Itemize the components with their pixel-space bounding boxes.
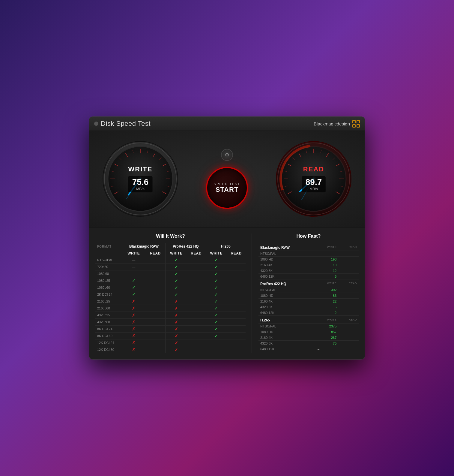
prores-write-cell: ✗ [166,339,187,346]
cross-icon: ✗ [175,299,178,304]
hf-row-label: 1080 HD [258,257,316,262]
hf-row-label: 1080 HD [258,293,316,299]
hf-row-label: 4320 8K [258,268,316,274]
cross-icon: ✗ [175,347,178,352]
check-icon: ✓ [132,292,136,297]
braw-read-cell [145,291,166,298]
hf-read-header: READ [338,279,359,287]
braw-write-cell: ✗ [122,339,145,346]
will-it-work-table: FORMAT Blackmagic RAW ProRes 422 HQ H.26… [95,243,246,353]
table-row: 1080p60 ✓ ✓ ✓ [95,284,246,291]
hf-write-val: 2 [316,310,338,316]
hf-read-val [338,262,359,268]
close-button[interactable] [94,122,98,126]
braw-write-cell: ✗ [122,346,145,353]
row-label: 12K DCI 60 [95,346,122,353]
hf-write-header: WRITE [316,279,338,287]
braw-write-cell: ✓ [122,277,145,284]
settings-button[interactable]: ⚙ [221,149,233,161]
prores-write-cell: ✗ [166,298,187,305]
hf-section-header: H.265 WRITE READ [258,316,359,324]
h265-read-cell [227,333,246,339]
cross-icon: ✗ [132,327,136,331]
hf-row: 2160 4K 22 [258,299,359,304]
cross-icon: ✗ [175,327,178,331]
hf-read-val [338,293,359,299]
hf-row-label: 2160 4K [258,335,316,341]
hf-format-label: H.265 [258,316,316,324]
h265-read-cell [227,339,246,346]
write-unit: MB/s [132,187,149,191]
hf-row-label: 4320 8K [258,304,316,310]
row-label: 2160p25 [95,298,122,305]
hf-row: 6480 12K – [258,346,359,352]
bmd-square-1 [352,120,356,123]
check-icon: ✓ [175,278,178,283]
prores-write-cell: ✓ [166,291,187,298]
table-row: 12K DCI 60 ✗ ✗ — [95,346,246,353]
how-fast-panel: How Fast? Blackmagic RAW WRITE READ NTSC… [252,233,359,353]
row-label: 1080i60 [95,270,122,277]
prores-read-cell [187,333,206,339]
row-label: 720p60 [95,264,122,270]
read-gauge: READ 89.7 MB/s [275,140,353,218]
start-button[interactable]: SPEED TEST START [206,167,248,209]
cross-icon: ✗ [132,313,136,318]
h265-write-cell: — [206,339,227,346]
table-row: 12K DCI 24 ✗ ✗ — [95,339,246,346]
hf-read-val [338,341,359,346]
hf-section-header: ProRes 422 HQ WRITE READ [258,279,359,287]
hf-write-val: – [316,251,338,257]
table-row: 4320p60 ✗ ✗ ✓ [95,319,246,326]
prores-write-cell: ✗ [166,319,187,326]
cross-icon: ✗ [175,313,178,318]
dash-icon: — [132,272,135,276]
hf-write-val: 302 [316,287,338,293]
format-subheader [95,250,122,257]
check-icon: ✓ [214,292,218,297]
cross-icon: ✗ [132,299,136,304]
write-value-box: 75.6 MB/s [128,176,153,192]
hf-read-val [338,346,359,352]
table-row: NTSC/PAL — ✓ ✓ [95,257,246,264]
h265-read-cell [227,298,246,305]
h265-write-cell: ✓ [206,298,227,305]
h265-read-subheader: READ [227,250,246,257]
braw-write-cell: ✓ [122,284,145,291]
h265-read-cell [227,270,246,277]
h265-read-cell [227,277,246,284]
hf-write-val: 5 [316,274,338,279]
cross-icon: ✗ [132,306,136,311]
bmd-icon [352,120,360,128]
table-row: 8K DCI 24 ✗ ✗ ✓ [95,326,246,333]
cross-icon: ✗ [132,333,136,338]
hf-write-val: 19 [316,262,338,268]
h265-read-cell [227,284,246,291]
prores-write-cell: ✗ [166,346,187,353]
prores-read-cell [187,298,206,305]
check-icon: ✓ [214,264,218,269]
table-row: 4320p25 ✗ ✗ ✓ [95,312,246,319]
prores-read-subheader: READ [187,250,206,257]
app-window: Disk Speed Test Blackmagicdesign [89,116,365,360]
bmd-square-2 [357,120,360,123]
braw-write-cell: ✗ [122,333,145,339]
prores-write-cell: ✗ [166,305,187,312]
row-label: 1080p60 [95,284,122,291]
app-title: Disk Speed Test [101,120,151,128]
hf-write-val: 75 [316,341,338,346]
cross-icon: ✗ [132,347,136,352]
prores-read-cell [187,346,206,353]
hf-row: 4320 8K 75 [258,341,359,346]
braw-write-subheader: WRITE [122,250,145,257]
braw-write-cell: ✗ [122,298,145,305]
hf-row: NTSC/PAL – [258,251,359,257]
braw-read-subheader: READ [145,250,166,257]
hf-row-label: NTSC/PAL [258,324,316,329]
hf-row: NTSC/PAL 302 [258,287,359,293]
braw-read-cell [145,298,166,305]
braw-read-cell [145,305,166,312]
check-icon: ✓ [214,313,218,318]
check-icon: ✓ [214,320,218,324]
h265-read-cell [227,326,246,333]
